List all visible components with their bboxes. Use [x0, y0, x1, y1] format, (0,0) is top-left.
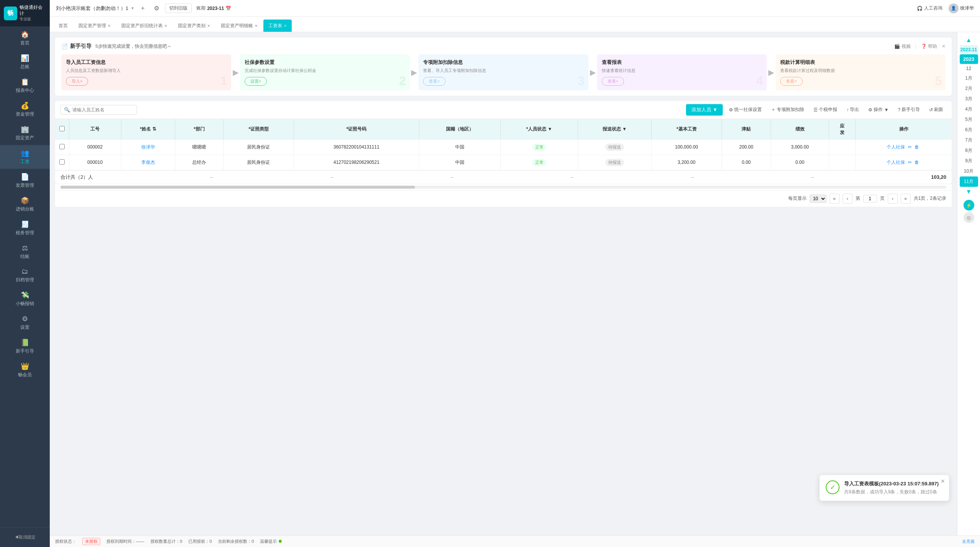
- sidebar-item-小畅报销[interactable]: 💸小畅报销: [0, 287, 50, 311]
- switch-version-btn[interactable]: 切到旧版: [165, 3, 192, 13]
- ops-btn[interactable]: ⚙ 操作 ▼: [865, 105, 892, 114]
- month-11[interactable]: 11月: [960, 176, 978, 187]
- sidebar-item-新手引导[interactable]: 📗新手引导: [0, 335, 50, 358]
- action-social-1[interactable]: 个人社保: [887, 160, 905, 165]
- sidebar-item-设置[interactable]: ⚙设置: [0, 311, 50, 335]
- year-tag-2023[interactable]: 2023: [960, 54, 978, 64]
- guide-btn[interactable]: ? 新手引导: [895, 105, 923, 114]
- tab-工资表[interactable]: 工资表✕: [263, 20, 292, 32]
- sidebar-item-发票管理[interactable]: 📄发票管理: [0, 169, 50, 193]
- add-person-btn[interactable]: 添加人员 ▼: [686, 104, 723, 116]
- name-link-1[interactable]: 李俊杰: [141, 160, 155, 165]
- step-btn-5[interactable]: 查看>: [780, 77, 802, 86]
- toast-close-btn[interactable]: ✕: [941, 478, 945, 484]
- per-page-select[interactable]: 10 20 50: [810, 194, 826, 203]
- add-account-btn[interactable]: ＋: [137, 3, 148, 14]
- next-page-btn[interactable]: ›: [888, 194, 898, 204]
- select-all-checkbox[interactable]: [59, 126, 65, 131]
- tab-close-1[interactable]: ✕: [108, 24, 111, 28]
- prev-page-btn[interactable]: ‹: [843, 194, 853, 204]
- action-edit-0[interactable]: ✏: [908, 144, 912, 150]
- guide-help-btn[interactable]: ❓ 帮助: [921, 43, 937, 50]
- report-badge-1: 待报送: [605, 159, 624, 166]
- sidebar-item-归档管理[interactable]: 🗂归档管理: [0, 264, 50, 287]
- month-12[interactable]: 12: [960, 64, 978, 73]
- step-desc-4: 快速查看统计信息: [602, 67, 763, 74]
- action-delete-0[interactable]: 🗑: [915, 144, 919, 150]
- tab-固定资产明细账[interactable]: 固定资产明细账✕: [216, 20, 263, 32]
- step-btn-1[interactable]: 导入>: [66, 77, 88, 86]
- month-9[interactable]: 9月: [960, 156, 978, 166]
- sidebar-item-税务管理[interactable]: 🧾税务管理: [0, 216, 50, 240]
- tab-close-4[interactable]: ✕: [255, 24, 258, 28]
- month-3[interactable]: 3月: [960, 94, 978, 104]
- cell-action-0[interactable]: 个人社保 ✏ 🗑: [856, 140, 952, 155]
- month-2[interactable]: 2月: [960, 83, 978, 94]
- calendar-icon[interactable]: 📅: [225, 6, 231, 11]
- ai-service-btn[interactable]: 🎧 人工咨询: [917, 5, 942, 11]
- row-checkbox-1[interactable]: [55, 155, 69, 170]
- export-btn[interactable]: ↑ 导出: [843, 105, 862, 114]
- account-dropdown-icon[interactable]: ▼: [131, 6, 134, 10]
- add-btn-dropdown-icon[interactable]: ▼: [713, 107, 718, 113]
- guide-video-btn[interactable]: 🎬 视频: [894, 43, 910, 50]
- sidebar-item-固定资产[interactable]: 🏢固定资产: [0, 121, 50, 145]
- refresh-btn[interactable]: ↺ 刷新: [926, 105, 946, 114]
- cell-action-1[interactable]: 个人社保 ✏ 🗑: [856, 155, 952, 170]
- horizontal-scrollbar[interactable]: [60, 186, 415, 189]
- social-insurance-btn[interactable]: ⚙ 统一社保设置: [726, 105, 765, 114]
- cancel-fixed-btn[interactable]: ◀取消固定: [0, 531, 50, 543]
- action-edit-1[interactable]: ✏: [908, 160, 912, 165]
- month-6[interactable]: 6月: [960, 125, 978, 135]
- row-checkbox-0[interactable]: [55, 140, 69, 155]
- sidebar-item-结账[interactable]: ⚖结账: [0, 240, 50, 264]
- cell-name-1[interactable]: 李俊杰: [121, 155, 175, 170]
- tax-report-btn[interactable]: ☰ 个税申报: [810, 105, 840, 114]
- go-auth-btn[interactable]: 去充值: [962, 539, 975, 544]
- page-input[interactable]: [863, 195, 877, 202]
- tab-固定资产折旧统计表[interactable]: 固定资产折旧统计表✕: [116, 20, 172, 32]
- month-7[interactable]: 7月: [960, 135, 978, 145]
- sidebar-item-畅会员[interactable]: 👑畅会员: [0, 358, 50, 382]
- checkbox-0[interactable]: [59, 144, 65, 149]
- sidebar-item-首页[interactable]: 🏠首页: [0, 26, 50, 50]
- tab-首页[interactable]: 首页: [54, 20, 73, 32]
- month-8[interactable]: 8月: [960, 145, 978, 156]
- search-box[interactable]: 🔍: [60, 105, 137, 114]
- checkbox-1[interactable]: [59, 159, 65, 165]
- cell-name-0[interactable]: 徐泽华: [121, 140, 175, 155]
- special-deduction-btn[interactable]: ＋ 专项附加扣除: [768, 105, 807, 114]
- name-link-0[interactable]: 徐泽华: [141, 144, 155, 150]
- month-10[interactable]: 10月: [960, 166, 978, 176]
- tab-close-2[interactable]: ✕: [164, 24, 167, 28]
- action-delete-1[interactable]: 🗑: [915, 160, 919, 165]
- year-down-btn[interactable]: ▼: [966, 188, 972, 195]
- search-input[interactable]: [72, 107, 134, 113]
- sidebar-item-工资[interactable]: 👥工资: [0, 145, 50, 169]
- cell-performance-0: 3,000.00: [771, 140, 829, 155]
- last-page-btn[interactable]: »: [901, 194, 911, 204]
- step-btn-2[interactable]: 设置>: [245, 77, 267, 86]
- month-5[interactable]: 5月: [960, 114, 978, 125]
- action-social-0[interactable]: 个人社保: [887, 144, 905, 150]
- first-page-btn[interactable]: «: [830, 194, 840, 204]
- step-btn-3[interactable]: 查看>: [423, 77, 445, 86]
- month-1[interactable]: 1月: [960, 73, 978, 83]
- table-header-checkbox[interactable]: [55, 119, 69, 140]
- quick-nav-btn[interactable]: ⚡: [964, 200, 974, 211]
- step-btn-4[interactable]: 查看>: [602, 77, 624, 86]
- settings-btn[interactable]: ⚙: [151, 3, 162, 14]
- sidebar-item-资金管理[interactable]: 💰资金管理: [0, 98, 50, 121]
- guide-close-btn[interactable]: ✕: [942, 44, 946, 49]
- tab-固定资产管理[interactable]: 固定资产管理✕: [74, 20, 116, 32]
- tab-close-3[interactable]: ✕: [207, 24, 210, 28]
- sidebar-item-进销台账[interactable]: 📦进销台账: [0, 193, 50, 216]
- year-up-btn[interactable]: ▲: [966, 37, 972, 44]
- sidebar-item-总账[interactable]: 📊总账: [0, 50, 50, 74]
- extra-btn[interactable]: ◎: [964, 212, 974, 223]
- tab-close-5[interactable]: ✕: [284, 24, 287, 28]
- sidebar-item-报表中心[interactable]: 📋报表中心: [0, 74, 50, 98]
- month-4[interactable]: 4月: [960, 104, 978, 114]
- tab-固定资产类别[interactable]: 固定资产类别✕: [173, 20, 215, 32]
- account-name[interactable]: 刘小艳演示账套（勿删勿动！）1 ▼: [56, 5, 134, 12]
